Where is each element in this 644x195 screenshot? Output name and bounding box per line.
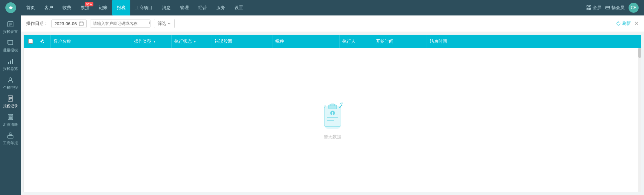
date-label: 操作日期： <box>26 21 48 27</box>
svg-point-27 <box>9 117 10 118</box>
sort-icon-operation[interactable]: ▼ <box>153 40 156 43</box>
svg-point-42 <box>42 41 43 42</box>
th-end-time: 结束时间 <box>427 35 481 48</box>
svg-point-28 <box>10 117 11 118</box>
date-value: 2023-06-06 <box>54 21 77 26</box>
tax-overview-icon <box>7 58 14 66</box>
toolbar: 操作日期： 2023-06-06 筛选 刷新 ✕ <box>21 15 644 32</box>
close-button[interactable]: ✕ <box>634 21 639 26</box>
th-tax-type: 税种 <box>272 35 340 48</box>
sidebar-label-tax-overview: 报税总览 <box>3 67 18 71</box>
svg-rect-2 <box>587 6 588 7</box>
svg-rect-16 <box>8 41 13 45</box>
avatar[interactable]: CE <box>629 3 639 13</box>
svg-point-51 <box>324 105 326 107</box>
sidebar-item-calc-tax[interactable]: 汇算清缴 <box>0 111 21 129</box>
svg-point-29 <box>11 117 12 118</box>
filter-button[interactable]: 筛选 <box>154 19 175 28</box>
sidebar-label-batch-tax: 批量报税 <box>3 48 18 52</box>
fullscreen-btn[interactable]: 全屏 <box>587 5 601 11</box>
member-btn[interactable]: 畅会员 <box>605 5 625 11</box>
search-button[interactable] <box>146 21 151 27</box>
svg-rect-36 <box>79 22 83 26</box>
nav-ledger[interactable]: 记账 <box>94 0 112 15</box>
nav-tax[interactable]: 报税 <box>112 0 130 15</box>
th-executor: 执行人 <box>340 35 373 48</box>
logo[interactable] <box>5 2 16 13</box>
tax-record-icon <box>7 95 14 103</box>
member-icon <box>605 5 610 10</box>
search-icon <box>149 21 151 26</box>
scroll-indicator[interactable] <box>638 48 641 192</box>
search-input[interactable] <box>90 20 146 27</box>
svg-rect-3 <box>590 6 591 7</box>
batch-tax-icon <box>7 39 14 47</box>
svg-rect-6 <box>606 6 610 9</box>
sidebar-item-batch-tax[interactable]: 批量报税 <box>0 37 21 55</box>
sidebar-item-personal-tax[interactable]: 个税申报 <box>0 74 21 92</box>
sidebar-label-tax-settings: 报税设置 <box>3 30 18 34</box>
sidebar-label-personal-tax: 个税申报 <box>3 85 18 90</box>
search-box[interactable] <box>90 20 151 28</box>
nav-business[interactable]: 工商项目 <box>130 0 157 15</box>
nav-right-actions: 全屏 畅会员 CE <box>587 3 639 13</box>
main-layout: 报税设置 批量报税 报税总览 个税申报 报税记录 <box>0 15 644 195</box>
table-header: 客户名称 操作类型 ▼ 执行状态 ▼ 错误股因 税种 执行人 开始时间 结束时间 <box>24 35 641 48</box>
svg-rect-26 <box>9 115 12 116</box>
nav-message[interactable]: 消息 <box>157 0 175 15</box>
empty-illustration: ! <box>319 100 346 130</box>
sidebar: 报税设置 批量报税 报税总览 个税申报 报税记录 <box>0 15 21 195</box>
svg-rect-43 <box>324 107 341 126</box>
settings-icon <box>40 39 45 44</box>
sidebar-item-tax-overview[interactable]: 报税总览 <box>0 55 21 74</box>
chevron-down-icon <box>168 22 171 25</box>
svg-rect-5 <box>590 8 591 10</box>
th-operation-type: 操作类型 ▼ <box>131 35 172 48</box>
th-checkbox[interactable] <box>24 35 37 48</box>
invoice-badge: new <box>85 2 93 6</box>
sidebar-item-annual-report[interactable]: 工商年报 <box>0 129 21 148</box>
sidebar-label-annual-report: 工商年报 <box>3 141 18 145</box>
sidebar-label-tax-record: 报税记录 <box>3 104 18 108</box>
svg-point-30 <box>9 118 10 119</box>
content-area: 操作日期： 2023-06-06 筛选 刷新 ✕ <box>21 15 644 195</box>
tax-settings-icon <box>7 21 14 29</box>
annual-report-icon <box>7 132 14 140</box>
th-error-reason: 错误股因 <box>212 35 272 48</box>
nav-manage[interactable]: 管理 <box>175 0 194 15</box>
refresh-icon <box>616 21 621 26</box>
nav-operation[interactable]: 经营 <box>194 0 212 15</box>
nav-collection[interactable]: 收费 <box>58 0 76 15</box>
svg-rect-19 <box>12 59 13 64</box>
svg-text:!: ! <box>332 112 333 115</box>
nav-home[interactable]: 首页 <box>22 0 40 15</box>
date-picker[interactable]: 2023-06-06 <box>51 20 87 28</box>
empty-text: 暂无数据 <box>324 134 341 140</box>
scroll-thumb[interactable] <box>638 48 641 58</box>
table-body: ! 暂无数据 <box>24 48 641 192</box>
svg-point-1 <box>10 7 12 9</box>
svg-line-52 <box>340 103 341 104</box>
svg-point-54 <box>325 126 340 129</box>
nav-service[interactable]: 服务 <box>212 0 230 15</box>
sidebar-item-tax-settings[interactable]: 报税设置 <box>0 18 21 37</box>
svg-point-31 <box>10 118 11 119</box>
nav-items: 首页 客户 收费 票据 new 记账 报税 工商项目 消息 管理 经营 服务 设… <box>22 0 587 15</box>
sidebar-item-tax-record[interactable]: 报税记录 <box>0 92 21 111</box>
nav-settings[interactable]: 设置 <box>230 0 248 15</box>
svg-line-53 <box>341 103 343 104</box>
top-navigation: 首页 客户 收费 票据 new 记账 报税 工商项目 消息 管理 经营 服务 设… <box>0 0 644 15</box>
fullscreen-icon <box>587 5 591 10</box>
th-client-name: 客户名称 <box>51 35 131 48</box>
svg-rect-4 <box>587 8 588 10</box>
select-all-checkbox[interactable] <box>28 39 33 44</box>
th-exec-status: 执行状态 ▼ <box>172 35 212 48</box>
table-container: 客户名称 操作类型 ▼ 执行状态 ▼ 错误股因 税种 执行人 开始时间 结束时间 <box>24 35 641 192</box>
nav-customer[interactable]: 客户 <box>40 0 58 15</box>
th-start-time: 开始时间 <box>373 35 427 48</box>
svg-rect-18 <box>10 61 11 64</box>
svg-rect-17 <box>8 62 9 64</box>
sort-icon-status[interactable]: ▼ <box>193 40 197 43</box>
refresh-button[interactable]: 刷新 <box>616 21 631 27</box>
nav-invoice[interactable]: 票据 new <box>76 0 94 15</box>
